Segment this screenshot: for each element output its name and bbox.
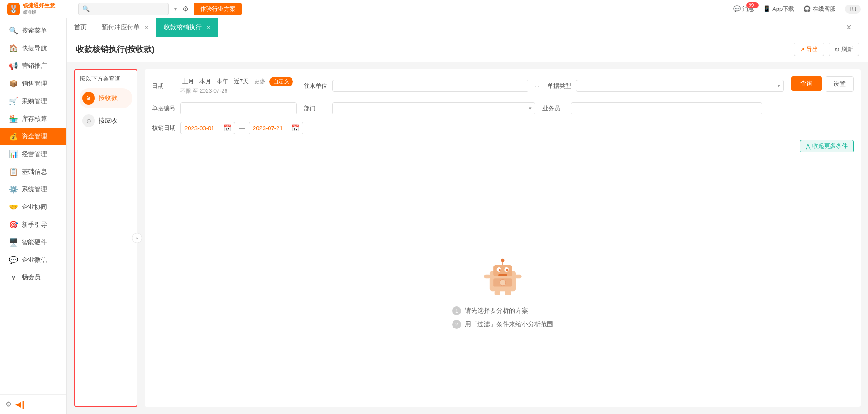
tab-bar: 首页 预付冲应付单 ✕ 收款核销执行 ✕ ✕ ⛶ (67, 18, 868, 37)
by-receivable-label: 按应收 (99, 117, 118, 125)
date-btn-7days[interactable]: 近7天 (232, 76, 250, 86)
weixin-icon: 💬 (9, 256, 18, 264)
sidebar-settings-icon[interactable]: ⚙ (5, 400, 12, 409)
staff-label: 业务员 (542, 105, 567, 113)
message-icon: 💬 (733, 5, 741, 12)
sidebar-label-basic-info: 基础信息 (22, 168, 47, 176)
sidebar-collapse-icon[interactable]: ◀‖ (15, 400, 24, 409)
partner-more-icon[interactable]: ··· (532, 82, 540, 90)
content-area: 按以下方案查询 ¥ 按收款 ⊙ 按应收 » 日期 (67, 62, 868, 414)
staff-input[interactable] (571, 102, 762, 114)
sidebar-item-basic-info[interactable]: 📋 基础信息 (0, 163, 66, 181)
verify-date-range: 2023-03-01 📅 — 2023-07-21 📅 (180, 122, 303, 134)
date-range-dash: — (239, 124, 245, 132)
date-btn-this-month[interactable]: 本月 (198, 76, 213, 86)
tab-home-label: 首页 (74, 24, 87, 32)
export-button[interactable]: ↗ 导出 (794, 43, 824, 56)
verify-date-label: 核销日期 (152, 124, 177, 132)
sales-icon: 📦 (9, 79, 18, 88)
refresh-button[interactable]: ↻ 刷新 (829, 43, 859, 56)
sidebar-item-sales[interactable]: 📦 销售管理 (0, 75, 66, 92)
tab-receipts[interactable]: 收款核销执行 ✕ (156, 18, 218, 37)
verify-date-end-group[interactable]: 2023-07-21 📅 (249, 122, 303, 134)
verify-date-start-calendar-icon[interactable]: 📅 (223, 124, 231, 132)
date-btn-more[interactable]: 更多 (252, 76, 268, 86)
industry-solution-button[interactable]: 体验行业方案 (194, 3, 242, 15)
sidebar-label-system: 系统管理 (22, 186, 47, 194)
message-badge[interactable]: 💬 消息 99+ (733, 5, 754, 13)
staff-more-icon[interactable]: ··· (766, 105, 774, 112)
search-chevron-icon[interactable]: ▾ (174, 6, 177, 12)
sidebar-item-hardware[interactable]: 🖥️ 智能硬件 (0, 233, 66, 251)
tab-prepay-close-icon[interactable]: ✕ (144, 24, 149, 31)
tab-close-all-icon[interactable]: ✕ (846, 23, 852, 32)
top-bar-right: 💬 消息 99+ 📱 App下载 🎧 在线客服 Rit (733, 5, 861, 14)
sidebar-item-marketing[interactable]: 📢 营销推广 (0, 57, 66, 75)
filter-panel-title: 按以下方案查询 (80, 75, 132, 83)
marketing-icon: 📢 (9, 62, 18, 70)
sidebar-item-quick-nav[interactable]: 🏠 快捷导航 (0, 39, 66, 57)
top-search-bar[interactable]: 🔍 (78, 3, 169, 15)
app-title: 畅捷通好生意 (23, 2, 55, 10)
app-logo: 🐰 畅捷通好生意 标准版 (7, 2, 73, 16)
dept-select[interactable] (332, 102, 535, 114)
collapse-more-button[interactable]: ⋀ 收起更多条件 (800, 140, 854, 152)
verify-date-end-text: 2023-07-21 (253, 125, 289, 132)
doc-no-input[interactable] (180, 102, 297, 114)
query-button[interactable]: 查询 (791, 76, 822, 91)
tip-text-1: 请先选择要分析的方案 (465, 307, 528, 315)
settings-gear-icon[interactable]: ⚙ (182, 5, 189, 13)
date-no-limit-text: 不限 至 2023-07-26 (180, 87, 293, 95)
sidebar-item-member[interactable]: V 畅会员 (0, 269, 66, 286)
app-download-link[interactable]: 📱 App下载 (763, 5, 794, 13)
sidebar-item-search-menu[interactable]: 🔍 搜索菜单 (0, 22, 66, 39)
user-name-display[interactable]: Rit (845, 5, 861, 14)
tab-prepay[interactable]: 预付冲应付单 ✕ (94, 18, 156, 37)
verify-date-end-calendar-icon[interactable]: 📅 (292, 124, 299, 132)
collapse-chevron-icon: ⋀ (806, 143, 811, 150)
sidebar-item-business[interactable]: 📊 经营管理 (0, 145, 66, 163)
date-label: 日期 (152, 82, 177, 90)
verify-date-field: 核销日期 2023-03-01 📅 — 2023-07-21 📅 (152, 122, 303, 134)
sidebar-label-sales: 销售管理 (22, 80, 47, 88)
sidebar-item-system[interactable]: ⚙️ 系统管理 (0, 181, 66, 198)
partner-input[interactable] (332, 80, 528, 92)
sidebar-item-inventory[interactable]: 🏪 库存核算 (0, 110, 66, 128)
doc-type-select[interactable] (576, 80, 784, 92)
sidebar-item-finance[interactable]: 💰 资金管理 (0, 128, 66, 145)
date-btn-this-year[interactable]: 本年 (215, 76, 230, 86)
date-btn-last-month[interactable]: 上月 (180, 76, 196, 86)
tab-receipts-close-icon[interactable]: ✕ (206, 24, 211, 31)
partner-label: 往来单位 (304, 82, 329, 90)
tab-expand-icon[interactable]: ⛶ (855, 24, 863, 32)
tab-home[interactable]: 首页 (67, 18, 94, 37)
filter-panel-collapse-arrow[interactable]: » (132, 233, 142, 243)
sidebar-label-purchase: 采购管理 (22, 97, 47, 105)
doc-no-field: 单据编号 (152, 102, 297, 114)
filter-option-by-receipt[interactable]: ¥ 按收款 (80, 88, 132, 108)
app-download-label: App下载 (772, 5, 794, 13)
main-content: 首页 预付冲应付单 ✕ 收款核销执行 ✕ ✕ ⛶ 收款核销执行(按收款) ↗ 导… (67, 18, 868, 414)
dept-label: 部门 (304, 105, 329, 113)
filter-panel: 按以下方案查询 ¥ 按收款 ⊙ 按应收 » (74, 69, 137, 407)
basic-info-icon: 📋 (9, 167, 18, 176)
partner-field: 往来单位 ··· (304, 76, 540, 95)
export-icon: ↗ (800, 46, 805, 53)
tab-receipts-label: 收款核销执行 (164, 24, 202, 32)
sidebar: 🔍 搜索菜单 🏠 快捷导航 📢 营销推广 📦 销售管理 🛒 采购管理 🏪 库存核… (0, 18, 67, 414)
date-btn-custom[interactable]: 自定义 (269, 77, 293, 86)
sidebar-item-enterprise[interactable]: 🤝 企业协同 (0, 198, 66, 216)
download-icon: 📱 (763, 5, 770, 12)
query-settings-button[interactable]: 设置 (826, 76, 854, 92)
doc-type-field: 单据类型 ▾ (547, 76, 784, 95)
doc-type-label: 单据类型 (547, 82, 572, 90)
sidebar-item-purchase[interactable]: 🛒 采购管理 (0, 92, 66, 110)
filter-option-by-receivable[interactable]: ⊙ 按应收 (80, 111, 132, 131)
empty-tips: 1 请先选择要分析的方案 2 用「过滤」条件来缩小分析范围 (452, 306, 553, 329)
sidebar-item-weixin[interactable]: 💬 企业微信 (0, 251, 66, 269)
online-service-link[interactable]: 🎧 在线客服 (803, 5, 836, 13)
query-row-1: 日期 上月 本月 本年 近7天 更多 自定义 不限 至 2023-07-26 (152, 76, 854, 95)
verify-date-start-group[interactable]: 2023-03-01 📅 (180, 122, 235, 134)
sidebar-label-search-menu: 搜索菜单 (22, 27, 47, 35)
sidebar-item-newbie[interactable]: 🎯 新手引导 (0, 216, 66, 233)
